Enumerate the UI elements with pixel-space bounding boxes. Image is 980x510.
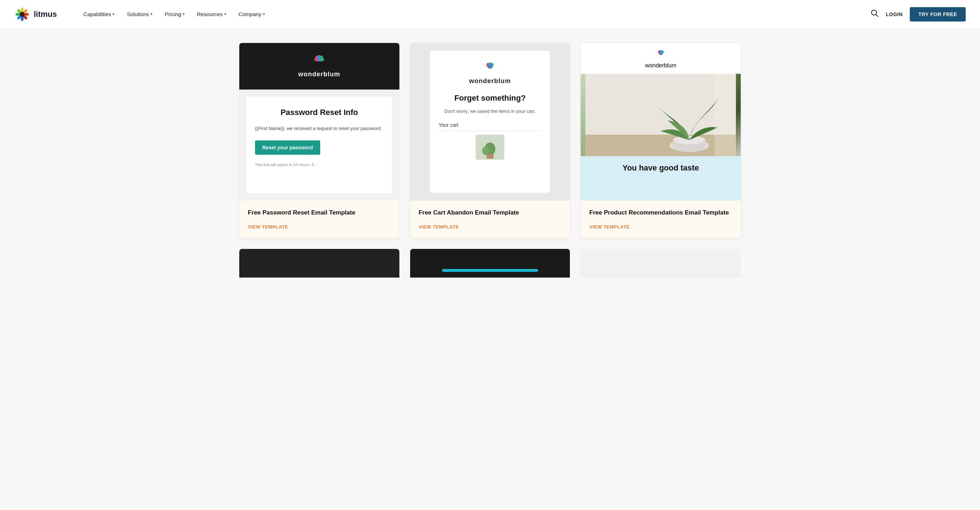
card-product-rec: wonderblum [581, 43, 741, 238]
preview-2-heading: Forget something? [454, 94, 525, 103]
card-preview-2: wonderblum Forget something? Don't worry… [410, 43, 570, 200]
try-for-free-button[interactable]: TRY FOR FREE [910, 7, 966, 22]
main-content: wonderblum Password Reset Info {{First N… [0, 29, 980, 510]
preview-3-bottom: You have good taste [581, 156, 741, 200]
solutions-label: Solutions [127, 11, 149, 17]
svg-point-3 [24, 13, 29, 16]
nav-links: Capabilities ▾ Solutions ▾ Pricing ▾ Res… [78, 8, 871, 20]
svg-point-25 [659, 50, 662, 55]
nav-item-company[interactable]: Company ▾ [234, 8, 270, 20]
card-footer-3: Free Product Recommendations Email Templ… [581, 200, 741, 238]
cart-product-image [476, 135, 504, 160]
logo-text: litmus [34, 10, 57, 19]
wonderblum-logo-light: wonderblum [469, 62, 511, 85]
view-template-link-1[interactable]: VIEW TEMPLATE [248, 224, 288, 230]
svg-rect-22 [487, 154, 493, 159]
nav-item-pricing[interactable]: Pricing ▾ [160, 8, 190, 20]
pricing-chevron-icon: ▾ [183, 12, 185, 16]
cart-product [476, 135, 504, 160]
preview-1-header: wonderblum [239, 43, 399, 89]
logo-link[interactable]: litmus [14, 6, 57, 22]
wonderblum-flower-icon [311, 55, 327, 68]
nav-item-resources[interactable]: Resources ▾ [192, 8, 231, 20]
card-preview-1: wonderblum Password Reset Info {{First N… [239, 43, 399, 200]
svg-rect-31 [714, 74, 736, 156]
card-footer-2: Free Cart Abandon Email Template VIEW TE… [410, 200, 570, 238]
wonderblum-name-3: wonderblum [645, 62, 676, 69]
card-password-reset: wonderblum Password Reset Info {{First N… [239, 43, 399, 238]
preview-3-header: wonderblum [581, 43, 741, 74]
wonderblum-name-dark: wonderblum [298, 71, 340, 78]
view-template-link-3[interactable]: VIEW TEMPLATE [589, 224, 629, 230]
svg-line-11 [876, 15, 878, 17]
card-grid-bottom [239, 249, 741, 278]
card-partial-3 [581, 249, 741, 278]
svg-point-9 [20, 12, 25, 17]
svg-point-17 [488, 62, 492, 69]
wonderblum-name-2: wonderblum [469, 77, 511, 85]
preview-2-body-text: Don't worry, we saved the items in your … [444, 108, 536, 115]
plant-image [581, 74, 741, 156]
preview-1-heading: Password Reset Info [255, 108, 383, 118]
wonderblum-flower-icon-3 [654, 49, 667, 59]
preview-1-fine-print: This link will expire in XX hours. If... [255, 162, 383, 168]
resources-label: Resources [197, 11, 223, 17]
nav-actions: LOGIN TRY FOR FREE [871, 7, 966, 22]
litmus-logo-icon [14, 6, 30, 22]
preview-1-cta: Reset your password [255, 140, 320, 155]
card-title-3: Free Product Recommendations Email Templ… [589, 209, 732, 216]
nav-item-capabilities[interactable]: Capabilities ▾ [78, 8, 120, 20]
svg-point-1 [21, 8, 24, 13]
cart-label: Your cart [438, 122, 541, 131]
svg-point-14 [317, 55, 321, 61]
preview-1-body: Password Reset Info {{First Name}}, we r… [247, 97, 392, 194]
capabilities-chevron-icon: ▾ [113, 12, 115, 16]
card-title-1: Free Password Reset Email Template [248, 209, 391, 216]
navbar: litmus Capabilities ▾ Solutions ▾ Pricin… [0, 0, 980, 29]
company-chevron-icon: ▾ [263, 12, 265, 16]
nav-item-solutions[interactable]: Solutions ▾ [122, 8, 158, 20]
preview-3-footer-text: You have good taste [588, 163, 733, 173]
view-template-link-2[interactable]: VIEW TEMPLATE [419, 224, 459, 230]
card-grid: wonderblum Password Reset Info {{First N… [239, 43, 741, 238]
card-title-2: Free Cart Abandon Email Template [419, 209, 562, 216]
card-partial-1 [239, 249, 399, 278]
company-label: Company [239, 11, 261, 17]
search-icon[interactable] [871, 9, 879, 19]
resources-chevron-icon: ▾ [224, 12, 226, 16]
capabilities-label: Capabilities [83, 11, 111, 17]
preview-2-inner: wonderblum Forget something? Don't worry… [430, 51, 550, 193]
login-button[interactable]: LOGIN [886, 11, 903, 17]
svg-point-7 [15, 13, 21, 16]
card-partial-2 [410, 249, 570, 278]
svg-rect-28 [585, 135, 736, 156]
preview-1-body-text: {{First Name}}, we received a request to… [255, 125, 383, 132]
card-footer-1: Free Password Reset Email Template VIEW … [239, 200, 399, 238]
pricing-label: Pricing [165, 11, 181, 17]
solutions-chevron-icon: ▾ [150, 12, 153, 16]
wonderblum-flower-icon-2 [482, 62, 498, 75]
card-preview-3: wonderblum [581, 43, 741, 200]
card-cart-abandon: wonderblum Forget something? Don't worry… [410, 43, 570, 238]
wonderblum-logo-dark: wonderblum [298, 55, 340, 78]
svg-point-5 [21, 16, 24, 21]
